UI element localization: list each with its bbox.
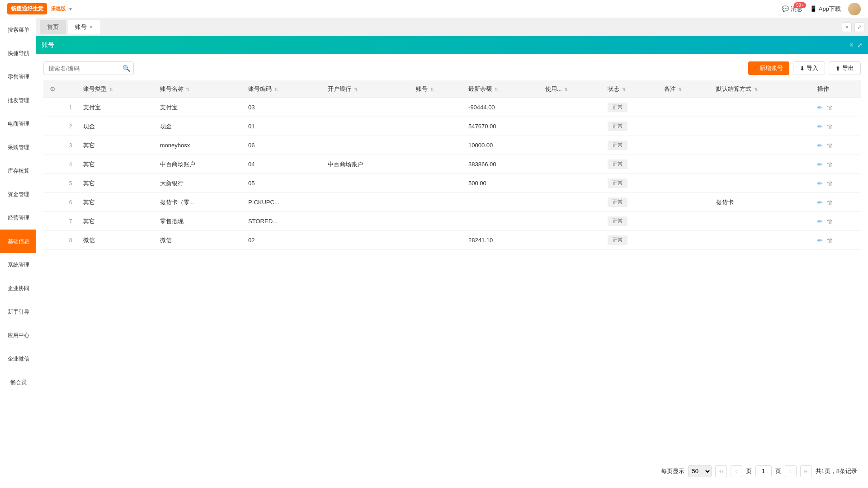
ops-mgmt-label: 经营管理: [8, 214, 29, 222]
row-balance-cell: 383866.00: [465, 155, 542, 174]
user-avatar[interactable]: [848, 3, 861, 15]
edit-icon[interactable]: ✏: [817, 123, 823, 130]
page-prev-btn[interactable]: ‹: [731, 465, 742, 477]
sidebar-item-retail-mgmt[interactable]: 零售管理: [0, 65, 36, 89]
sidebar-item-search-menu[interactable]: 搜索菜单: [0, 18, 36, 42]
sort-status-icon[interactable]: ⇅: [622, 87, 626, 92]
row-default-payment-cell: [712, 174, 814, 193]
row-account-cell: [412, 174, 465, 193]
edit-icon[interactable]: ✏: [817, 104, 823, 111]
table-row: 7 其它 零售抵现 STORED... 正常 ✏ 🗑: [43, 212, 861, 231]
delete-icon[interactable]: 🗑: [826, 180, 833, 187]
add-account-button[interactable]: + 新增账号: [748, 61, 789, 75]
page-number-input[interactable]: [755, 465, 772, 477]
row-account-cell: [412, 231, 465, 250]
row-usage-cell: [542, 117, 604, 136]
row-settings-cell: [43, 174, 61, 193]
sort-bank-icon[interactable]: ⇅: [354, 87, 358, 92]
row-account-cell: [412, 117, 465, 136]
page-first-btn[interactable]: ⏮: [715, 465, 727, 477]
sort-code-icon[interactable]: ⇅: [274, 87, 278, 92]
edit-icon[interactable]: ✏: [817, 218, 823, 225]
sidebar-item-ops-mgmt[interactable]: 经营管理: [0, 206, 36, 230]
import-button[interactable]: ⬇ 导入: [793, 61, 825, 75]
sidebar-item-capital-mgmt[interactable]: 资金管理: [0, 183, 36, 206]
teal-close-icon[interactable]: ×: [849, 41, 854, 49]
row-type-cell: 其它: [80, 174, 156, 193]
edit-icon[interactable]: ✏: [817, 180, 823, 187]
tab-home[interactable]: 首页: [40, 20, 66, 34]
delete-icon[interactable]: 🗑: [826, 142, 833, 149]
delete-icon[interactable]: 🗑: [826, 237, 833, 244]
edit-icon[interactable]: ✏: [817, 142, 823, 149]
sort-name-icon[interactable]: ⇅: [186, 87, 189, 92]
row-settings-cell: [43, 212, 61, 231]
delete-icon[interactable]: 🗑: [826, 123, 833, 130]
sidebar-item-corp-agreement[interactable]: 企业协同: [0, 277, 36, 300]
search-icon[interactable]: 🔍: [123, 65, 130, 72]
sidebar-item-corp-wechat[interactable]: 企业微信: [0, 347, 36, 371]
edit-icon[interactable]: ✏: [817, 237, 823, 244]
sidebar-item-member[interactable]: 畅会员: [0, 371, 36, 394]
page-size-select[interactable]: 50 20 100: [688, 465, 712, 477]
corp-agreement-label: 企业协同: [8, 285, 29, 292]
row-default-payment-cell: 提货卡: [712, 193, 814, 212]
sort-remark-icon[interactable]: ⇅: [678, 87, 682, 92]
action-col: ✏ 🗑: [817, 199, 857, 206]
sidebar-item-wholesale-mgmt[interactable]: 批发管理: [0, 89, 36, 112]
page-last-btn[interactable]: ⏭: [800, 465, 812, 477]
avatar-image: [848, 3, 861, 15]
row-settings-cell: [43, 98, 61, 117]
sort-account-icon[interactable]: ⇅: [430, 87, 434, 92]
tab-account-close[interactable]: ×: [90, 24, 93, 30]
export-button[interactable]: ⬆ 导出: [829, 61, 861, 75]
edit-icon[interactable]: ✏: [817, 161, 823, 168]
row-code-cell: STORED...: [245, 212, 324, 231]
edit-icon[interactable]: ✏: [817, 199, 823, 206]
page-next-btn[interactable]: ›: [785, 465, 797, 477]
delete-icon[interactable]: 🗑: [826, 104, 833, 111]
app-download-item[interactable]: 📱 App下载: [810, 5, 841, 13]
sidebar-item-ecommerce-mgmt[interactable]: 电商管理: [0, 112, 36, 136]
table-row: 6 其它 提货卡（零... PICKUPC... 正常 提货卡 ✏ 🗑: [43, 193, 861, 212]
sidebar-item-basic-info[interactable]: 基础信息: [0, 230, 36, 253]
teal-expand-icon[interactable]: ⤢: [857, 42, 863, 49]
sidebar-item-inventory[interactable]: 库存核算: [0, 159, 36, 183]
row-num-cell: 8: [61, 231, 80, 250]
search-input[interactable]: [43, 61, 134, 75]
sort-type-icon[interactable]: ⇅: [109, 87, 113, 92]
column-settings-icon[interactable]: ⚙: [50, 85, 56, 93]
row-default-payment-cell: [712, 231, 814, 250]
status-badge: 正常: [608, 178, 627, 188]
sidebar-item-quick-nav[interactable]: 快捷导航: [0, 42, 36, 65]
message-item[interactable]: 💬 消息 99+: [782, 5, 802, 13]
logo-dropdown-arrow[interactable]: ▾: [69, 6, 72, 12]
import-label: 导入: [807, 64, 818, 72]
tab-account[interactable]: 账号 ×: [68, 20, 100, 34]
sidebar-item-app-center[interactable]: 应用中心: [0, 324, 36, 347]
sidebar-item-beginner-guide[interactable]: 新手引导: [0, 300, 36, 324]
sidebar-item-system-mgmt[interactable]: 系统管理: [0, 253, 36, 277]
sort-usage-icon[interactable]: ⇅: [564, 87, 568, 92]
status-badge: 正常: [608, 141, 627, 150]
delete-icon[interactable]: 🗑: [826, 218, 833, 225]
row-code-cell: 01: [245, 117, 324, 136]
accounts-table: ⚙ 账号类型 ⇅ 账号名称 ⇅ 账号编码 ⇅ 开户银行 ⇅ 账号 ⇅ 最新余额 …: [43, 80, 861, 250]
message-icon: 💬: [782, 5, 789, 12]
pagination-bar: 每页显示 50 20 100 ⏮ ‹ 页 页 › ⏭ 共1页，8条记录: [43, 461, 861, 481]
quick-nav-label: 快捷导航: [8, 50, 29, 57]
row-remark-cell: [660, 136, 713, 155]
row-remark-cell: [660, 193, 713, 212]
row-num-cell: 4: [61, 155, 80, 174]
import-icon: ⬇: [800, 65, 805, 72]
tab-close-btn[interactable]: ×: [842, 22, 852, 32]
delete-icon[interactable]: 🗑: [826, 161, 833, 168]
row-account-cell: [412, 136, 465, 155]
page-size-label: 每页显示: [661, 467, 684, 475]
sort-payment-icon[interactable]: ⇅: [754, 87, 758, 92]
tab-fullscreen-btn[interactable]: ⤢: [854, 22, 864, 32]
table-row: 2 现金 现金 01 547670.00 正常 ✏ 🗑: [43, 117, 861, 136]
delete-icon[interactable]: 🗑: [826, 199, 833, 206]
sidebar-item-purchase-mgmt[interactable]: 采购管理: [0, 136, 36, 159]
sort-balance-icon[interactable]: ⇅: [495, 87, 498, 92]
